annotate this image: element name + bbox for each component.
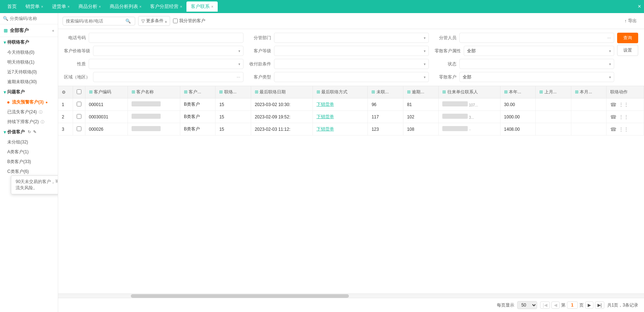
sidebar-item-overdue[interactable]: 逾期未联络(30) (0, 77, 58, 87)
main-layout: 🔍 ⊞ 全部客户 « ▾ 待联络客户 今天待联络(0) 明天待联络(1) 近7天… (0, 13, 644, 312)
sidebar-section-value: ▾ 价值客户 ↻ ✎ 未分组(32) A类客户(1) B类客户(33) C类客户… (0, 127, 58, 177)
row-checkbox-0[interactable] (77, 102, 81, 106)
more-action-icon[interactable]: ⋮⋮ (619, 114, 629, 120)
contact-action-icon[interactable]: ☎ (610, 102, 616, 108)
all-customers-header: ⊞ 全部客户 « (0, 24, 58, 37)
more-action-icon[interactable]: ⋮⋮ (619, 102, 629, 108)
sidebar-collapse-btn[interactable]: « (52, 29, 54, 33)
tab-sales[interactable]: 销货单 × (21, 1, 48, 12)
close-all-icon[interactable]: × (638, 3, 641, 10)
price-level-select[interactable] (93, 46, 243, 56)
payment-select[interactable] (274, 59, 429, 69)
filter-search-input[interactable] (66, 19, 124, 24)
th-this-year[interactable]: ⊞ 本年... (500, 86, 535, 98)
per-page-select[interactable]: 50 100 200 (517, 301, 537, 309)
manager-select[interactable]: ··· (459, 33, 614, 43)
sidebar-item-today[interactable]: 今天待联络(0) (0, 48, 58, 57)
sort-icon-lm: ⊞ (539, 89, 543, 94)
sidebar-item-churn-warning[interactable]: 流失预警客户(3) ● (0, 97, 58, 107)
cell-checkbox[interactable] (73, 111, 85, 123)
tab-purchase-close[interactable]: × (68, 5, 70, 9)
cell-last-method[interactable]: 下销货单 (313, 123, 368, 135)
last-method-link[interactable]: 下销货单 (317, 114, 334, 119)
next-page-btn[interactable]: ▶ (585, 301, 593, 309)
dept-select[interactable] (274, 33, 429, 43)
row-checkbox-2[interactable] (77, 126, 81, 131)
sidebar-item-class-c[interactable]: C类客户(6) (0, 167, 58, 177)
more-conditions-btn[interactable]: ▽ 更多条件 (138, 16, 170, 26)
cust-level-select[interactable] (274, 46, 429, 56)
sidebar-item-class-a[interactable]: A类客户(1) (0, 147, 58, 157)
sidebar-item-ungrouped[interactable]: 未分组(32) (0, 137, 58, 147)
th-type[interactable]: ⊞ 客户... (180, 86, 215, 98)
cell-last-method[interactable]: 下销货单 (313, 98, 368, 111)
tab-analysis-list[interactable]: 商品分析列表 × (105, 1, 146, 12)
tab-sales-close[interactable]: × (41, 5, 43, 9)
th-contact-person[interactable]: ⊞ 往来单位联系人 (439, 86, 500, 98)
nature-select[interactable] (89, 59, 243, 69)
sidebar-section-value-title[interactable]: ▾ 价值客户 ↻ ✎ (0, 127, 58, 137)
select-all-checkbox[interactable] (77, 89, 81, 94)
sidebar-item-churned[interactable]: 已流失客户(24) ⓘ (0, 107, 58, 117)
cell-last-method[interactable]: 下销货单 (313, 111, 368, 123)
sidebar-item-tomorrow[interactable]: 明天待联络(1) (0, 57, 58, 67)
first-page-btn[interactable]: |◀ (540, 301, 550, 309)
tab-customer-tier[interactable]: 客户分层经营 × (146, 1, 186, 12)
tab-home[interactable]: 首页 (3, 1, 21, 12)
tab-customer-contact-close[interactable]: × (211, 5, 213, 9)
query-button[interactable]: 查询 (617, 33, 638, 43)
retail-attr-select[interactable]: 全部 (464, 46, 614, 56)
th-this-month[interactable]: ⊞ 本月... (571, 86, 606, 98)
row-checkbox-1[interactable] (77, 114, 81, 119)
tab-analysis-close[interactable]: × (99, 5, 101, 9)
tab-purchase[interactable]: 进货单 × (48, 1, 74, 12)
last-method-link[interactable]: 下销货单 (317, 126, 334, 131)
sidebar-search-input[interactable] (10, 16, 55, 21)
edit-icon[interactable]: ✎ (33, 130, 36, 134)
th-name[interactable]: ⊞ 客户名称 (128, 86, 180, 98)
last-page-btn[interactable]: ▶| (595, 301, 604, 309)
tab-analysis-list-close[interactable]: × (140, 5, 142, 9)
last-method-link[interactable]: 下销货单 (317, 102, 334, 107)
th-code[interactable]: ⊞ 客户编码 (85, 86, 128, 98)
th-last-method[interactable]: ⊞ 最后联络方式 (313, 86, 368, 98)
my-customers-checkbox[interactable]: 我分管的客户 (173, 18, 205, 24)
horizontal-scrollbar[interactable] (58, 293, 644, 298)
cell-this-year: 1408.00 (500, 123, 535, 135)
search-icon-filter[interactable]: 🔍 (125, 19, 131, 24)
sidebar-item-7days[interactable]: 近7天待联络(0) (0, 67, 58, 77)
more-action-icon[interactable]: ⋮⋮ (619, 126, 629, 132)
th-no-contact[interactable]: ⊞ 未联... (368, 86, 403, 98)
status-select[interactable] (459, 59, 614, 69)
th-contact[interactable]: ⊞ 联络... (216, 86, 251, 98)
cell-no-contact: 123 (368, 123, 403, 135)
cell-this-year: 1000.00 (500, 111, 535, 123)
refresh-icon[interactable]: ↻ (28, 130, 31, 134)
my-customers-check[interactable] (173, 19, 178, 23)
phone-input[interactable] (89, 33, 243, 43)
cell-checkbox[interactable] (73, 98, 85, 111)
retail-cust-select[interactable]: 全部 (459, 72, 614, 82)
settings-button[interactable]: 设置 (617, 45, 638, 56)
th-last-month[interactable]: ⊞ 上月... (536, 86, 571, 98)
tab-customer-tier-close[interactable]: × (180, 5, 182, 9)
th-last-date[interactable]: ⊞ 最后联络日期 (251, 86, 313, 98)
th-overdue[interactable]: ⊞ 逾期... (403, 86, 438, 98)
contact-action-icon[interactable]: ☎ (610, 114, 616, 120)
page-input[interactable] (567, 301, 578, 309)
tab-analysis[interactable]: 商品分析 × (74, 1, 105, 12)
cust-type-select[interactable] (274, 72, 429, 82)
settings-icon[interactable]: ⚙ (62, 90, 66, 95)
scrollbar-thumb[interactable] (131, 294, 349, 298)
contact-action-icon[interactable]: ☎ (610, 126, 616, 132)
sidebar-item-declining[interactable]: 持续下滑客户(2) ⓘ (0, 117, 58, 127)
region-select[interactable]: ··· (93, 72, 243, 82)
sidebar-section-problem-title[interactable]: ▾ 问题客户 (0, 87, 58, 97)
sidebar-item-class-b[interactable]: B类客户(33) (0, 157, 58, 167)
export-btn[interactable]: ↑ 导出 (621, 16, 640, 25)
sidebar-section-pending-title[interactable]: ▾ 待联络客户 (0, 37, 58, 48)
tab-customer-contact[interactable]: 客户联系 × (186, 1, 218, 12)
cell-checkbox[interactable] (73, 123, 85, 135)
prev-page-btn[interactable]: ◀ (551, 301, 560, 309)
cust-type-chevron (424, 74, 426, 80)
